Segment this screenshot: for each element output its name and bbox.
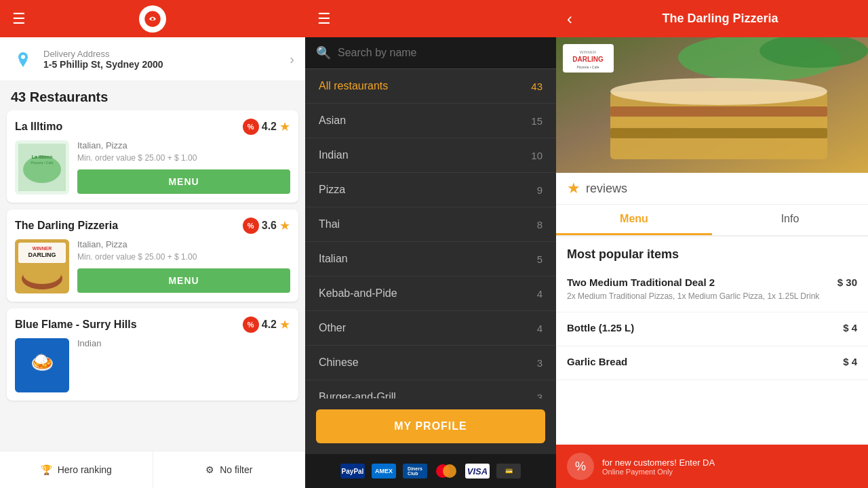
category-name: Indian bbox=[319, 149, 349, 161]
star-icon: ★ bbox=[279, 317, 290, 332]
restaurant-card-la-illtimo[interactable]: La Illtimo % 4.2 ★ La illtimo Pizzeria •… bbox=[7, 110, 298, 203]
category-item-other[interactable]: Other 4 bbox=[305, 311, 556, 346]
category-item-indian[interactable]: Indian 10 bbox=[305, 138, 556, 173]
svg-point-20 bbox=[443, 464, 456, 478]
restaurant-thumbnail: 🍛 bbox=[15, 338, 69, 392]
category-count: 3 bbox=[537, 357, 542, 369]
svg-point-4 bbox=[21, 55, 25, 59]
restaurant-thumbnail: La illtimo Pizzeria • Cafe bbox=[15, 140, 69, 195]
star-icon: ★ bbox=[279, 218, 290, 233]
category-count: 9 bbox=[537, 184, 542, 196]
category-name: Italian bbox=[319, 253, 348, 265]
menu-item-info: Two Medium Traditional Deal 2 2x Medium … bbox=[567, 277, 837, 302]
visa-logo: VISA bbox=[465, 464, 490, 479]
tab-info[interactable]: Info bbox=[712, 205, 868, 235]
no-filter-label: No filter bbox=[220, 464, 252, 475]
star-icon: ★ bbox=[279, 119, 290, 134]
reviews-label: reviews bbox=[586, 182, 627, 196]
pin-icon bbox=[11, 47, 35, 71]
restaurant-rating: 4.2 bbox=[262, 319, 277, 331]
left-header: ☰ bbox=[0, 0, 305, 37]
promo-icon: % bbox=[567, 453, 594, 480]
search-bar[interactable]: 🔍 bbox=[305, 37, 556, 69]
category-item-burger[interactable]: Burger-and-Grill 3 bbox=[305, 380, 556, 399]
restaurant-name: Blue Flame - Surry Hills bbox=[15, 319, 137, 331]
restaurant-info: Italian, Pizza Min. order value $ 25.00 … bbox=[77, 239, 290, 293]
middle-panel: ☰ 🔍 All restaurants 43 Asian 15 Indian 1… bbox=[305, 0, 556, 488]
back-button[interactable]: ‹ bbox=[567, 9, 572, 28]
category-item-italian[interactable]: Italian 5 bbox=[305, 242, 556, 277]
svg-text:WINNER: WINNER bbox=[580, 50, 597, 54]
promo-main-text: for new customers! Enter DA bbox=[602, 458, 715, 468]
reviews-bar: ★ reviews bbox=[556, 173, 868, 205]
min-order: Min. order value $ 25.00 + $ 1.00 bbox=[77, 252, 290, 262]
restaurant-info: Italian, Pizza Min. order value $ 25.00 … bbox=[77, 140, 290, 195]
menu-item-name: Garlic Bread bbox=[567, 356, 836, 367]
svg-rect-26 bbox=[610, 106, 827, 117]
svg-point-14 bbox=[23, 265, 61, 284]
restaurant-card-blue-flame[interactable]: Blue Flame - Surry Hills % 4.2 ★ 🍛 India… bbox=[7, 308, 298, 401]
restaurant-card-darling[interactable]: The Darling Pizzeria % 3.6 ★ WINNER DARL… bbox=[7, 209, 298, 302]
restaurant-list: La Illtimo % 4.2 ★ La illtimo Pizzeria •… bbox=[0, 110, 305, 451]
svg-point-6 bbox=[23, 156, 61, 183]
restaurant-name: La Illtimo bbox=[15, 121, 62, 133]
menu-item-garlic-bread[interactable]: Garlic Bread $ 4 bbox=[556, 346, 868, 380]
delivery-bar[interactable]: Delivery Address 1-5 Phillip St, Sydney … bbox=[0, 37, 305, 81]
category-item-thai[interactable]: Thai 8 bbox=[305, 207, 556, 242]
my-profile-button[interactable]: MY PROFILE bbox=[316, 409, 545, 443]
tab-menu[interactable]: Menu bbox=[556, 205, 712, 235]
promo-banner: % for new customers! Enter DA Online Pay… bbox=[556, 445, 868, 488]
category-item-chinese[interactable]: Chinese 3 bbox=[305, 346, 556, 380]
cuisine: Italian, Pizza bbox=[77, 140, 290, 150]
delivery-label: Delivery Address bbox=[43, 49, 290, 59]
discount-badge: % bbox=[243, 119, 259, 135]
hamburger-icon-middle[interactable]: ☰ bbox=[317, 10, 331, 28]
search-input[interactable] bbox=[338, 47, 545, 59]
reviews-star: ★ bbox=[567, 180, 580, 197]
svg-text:DARLING: DARLING bbox=[28, 251, 56, 258]
menu-button[interactable]: MENU bbox=[77, 268, 290, 293]
menu-content: Most popular items Two Medium Traditiona… bbox=[556, 237, 868, 445]
category-count: 15 bbox=[531, 115, 542, 127]
category-name: Chinese bbox=[319, 357, 359, 369]
menu-item-name: Two Medium Traditional Deal 2 bbox=[567, 277, 831, 288]
payment-footer: PayPal AMEX DinersClub VISA 💳 bbox=[305, 454, 556, 488]
search-icon: 🔍 bbox=[316, 45, 331, 60]
category-item-all[interactable]: All restaurants 43 bbox=[305, 69, 556, 104]
other-payment: 💳 bbox=[496, 464, 521, 479]
category-item-asian[interactable]: Asian 15 bbox=[305, 104, 556, 138]
menu-item-name: Bottle (1.25 L) bbox=[567, 322, 836, 333]
category-name: Kebab-and-Pide bbox=[319, 287, 397, 300]
menu-item-bottle[interactable]: Bottle (1.25 L) $ 4 bbox=[556, 312, 868, 346]
no-filter-button[interactable]: ⚙ No filter bbox=[153, 451, 306, 488]
svg-marker-3 bbox=[19, 60, 27, 67]
menu-item-price: $ 4 bbox=[843, 356, 857, 367]
menu-button[interactable]: MENU bbox=[77, 169, 290, 194]
svg-rect-28 bbox=[610, 128, 827, 138]
promo-sub-text: Online Payment Only bbox=[602, 468, 715, 476]
category-item-kebab[interactable]: Kebab-and-Pide 4 bbox=[305, 277, 556, 311]
right-header: ‹ The Darling Pizzeria bbox=[556, 0, 868, 37]
category-name: Burger-and-Grill bbox=[319, 391, 396, 399]
restaurant-thumbnail: WINNER DARLING bbox=[15, 239, 69, 293]
tabs-bar: Menu Info bbox=[556, 205, 868, 237]
hamburger-icon-left[interactable]: ☰ bbox=[12, 10, 26, 28]
logo-left bbox=[139, 5, 166, 33]
right-panel: ‹ The Darling Pizzeria bbox=[556, 0, 868, 488]
svg-text:Pizzeria • Cafe: Pizzeria • Cafe bbox=[31, 161, 54, 165]
category-count: 3 bbox=[537, 392, 542, 399]
category-name: Thai bbox=[319, 218, 340, 230]
menu-item-deal[interactable]: Two Medium Traditional Deal 2 2x Medium … bbox=[556, 267, 868, 312]
svg-point-29 bbox=[610, 78, 827, 105]
svg-point-1 bbox=[151, 18, 154, 20]
hero-ranking-button[interactable]: 🏆 Hero ranking bbox=[0, 451, 153, 488]
left-panel: ☰ Delivery Address 1-5 Phillip St, Sydne… bbox=[0, 0, 305, 488]
menu-item-desc: 2x Medium Traditional Pizzas, 1x Medium … bbox=[567, 291, 831, 302]
svg-text:La illtimo: La illtimo bbox=[32, 155, 53, 159]
category-count: 5 bbox=[537, 253, 542, 265]
menu-item-info: Garlic Bread bbox=[567, 356, 843, 370]
category-item-pizza[interactable]: Pizza 9 bbox=[305, 173, 556, 207]
restaurant-rating: 4.2 bbox=[262, 121, 277, 133]
discount-badge: % bbox=[243, 218, 259, 234]
diners-logo: DinersClub bbox=[403, 464, 427, 479]
